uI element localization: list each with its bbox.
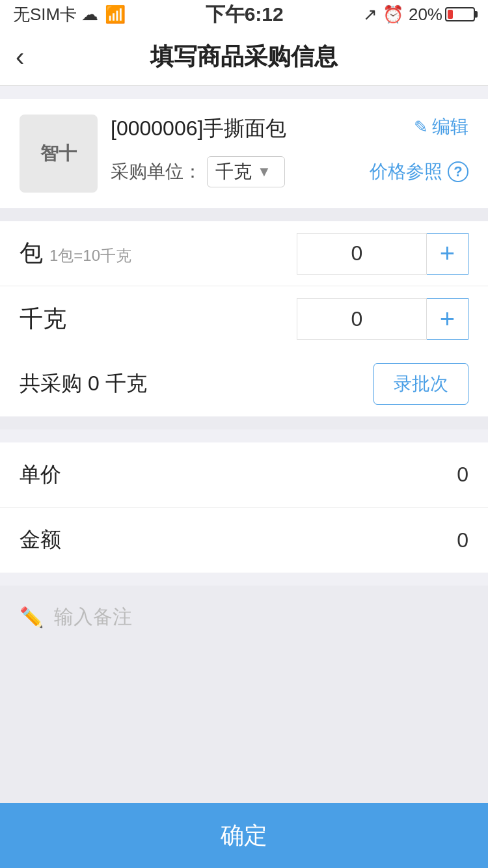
- dropdown-arrow-icon: ▼: [257, 163, 271, 180]
- unit-price-row: 单价 0: [0, 442, 488, 508]
- unit-value: 千克: [215, 159, 252, 184]
- page-title: 填写商品采购信息: [150, 41, 338, 73]
- bag-input-row: 包 1包=10千克 +: [0, 221, 488, 286]
- status-time: 下午6:12: [206, 1, 284, 28]
- back-button[interactable]: ‹: [16, 42, 24, 72]
- edit-label: 编辑: [432, 115, 468, 139]
- unit-select[interactable]: 千克 ▼: [207, 156, 285, 187]
- status-bar: 无SIM卡 ☁ 📶 下午6:12 ↗ ⏰ 20%: [0, 0, 488, 29]
- help-icon[interactable]: ?: [448, 161, 468, 182]
- product-name: [0000006]手撕面包: [111, 115, 286, 143]
- battery-bar: [445, 7, 475, 21]
- remark-section[interactable]: ✏️ 输入备注: [0, 586, 488, 649]
- bag-unit-label: 包: [20, 237, 43, 269]
- total-row: 共采购 0 千克 录批次: [0, 351, 488, 416]
- bag-plus-button[interactable]: +: [427, 233, 468, 275]
- product-unit-row: 采购单位： 千克 ▼ 价格参照 ?: [111, 156, 468, 187]
- kg-input-row: 千克 +: [0, 286, 488, 351]
- kg-quantity-input[interactable]: [297, 298, 427, 340]
- pencil-icon: ✏️: [20, 606, 44, 629]
- remark-placeholder: 输入备注: [54, 604, 132, 631]
- confirm-button[interactable]: 确定: [0, 803, 488, 868]
- amount-label: 金额: [20, 526, 61, 554]
- unit-price-value: 0: [457, 463, 468, 487]
- status-right: ↗ ⏰ 20%: [363, 5, 475, 25]
- amount-value: 0: [457, 528, 468, 552]
- alarm-icon: ⏰: [383, 5, 403, 25]
- battery-fill: [448, 10, 453, 19]
- wifi-icon: 📶: [105, 5, 126, 25]
- status-left: 无SIM卡 ☁ 📶: [13, 3, 126, 26]
- battery-percent: 20%: [409, 5, 442, 25]
- input-section: 包 1包=10千克 + 千克 +: [0, 221, 488, 351]
- location-icon: ↗: [363, 5, 377, 25]
- kg-plus-button[interactable]: +: [427, 298, 468, 340]
- product-info: [0000006]手撕面包 ✎ 编辑 采购单位： 千克 ▼ 价格参照 ?: [111, 115, 468, 187]
- price-ref-label: 价格参照: [370, 159, 442, 184]
- battery-indicator: 20%: [409, 5, 475, 25]
- edit-icon: ✎: [414, 117, 428, 137]
- kg-label-group: 千克: [20, 303, 297, 335]
- bag-label-group: 包 1包=10千克: [20, 237, 297, 269]
- nav-bar: ‹ 填写商品采购信息: [0, 29, 488, 86]
- product-title-row: [0000006]手撕面包 ✎ 编辑: [111, 115, 468, 143]
- batch-button[interactable]: 录批次: [373, 363, 468, 405]
- product-image: 智十: [20, 115, 98, 193]
- bag-unit-sub: 1包=10千克: [49, 245, 131, 266]
- price-ref-button[interactable]: 价格参照 ?: [370, 159, 468, 184]
- section-divider-1: [0, 208, 488, 221]
- unit-price-label: 单价: [20, 461, 61, 489]
- kg-input-controls: +: [297, 298, 468, 340]
- price-section: 单价 0 金额 0: [0, 442, 488, 573]
- kg-unit-label: 千克: [20, 303, 66, 335]
- amount-row: 金额 0: [0, 508, 488, 573]
- section-divider-2: [0, 416, 488, 429]
- edit-button[interactable]: ✎ 编辑: [414, 115, 468, 139]
- product-card: 智十 [0000006]手撕面包 ✎ 编辑 采购单位： 千克 ▼ 价格参照 ?: [0, 99, 488, 208]
- total-label: 共采购 0 千克: [20, 370, 147, 398]
- bag-input-controls: +: [297, 233, 468, 275]
- product-logo: 智十: [40, 141, 77, 166]
- sim-status: 无SIM卡 ☁: [13, 3, 98, 26]
- bag-quantity-input[interactable]: [297, 233, 427, 275]
- unit-label: 采购单位：: [111, 159, 202, 184]
